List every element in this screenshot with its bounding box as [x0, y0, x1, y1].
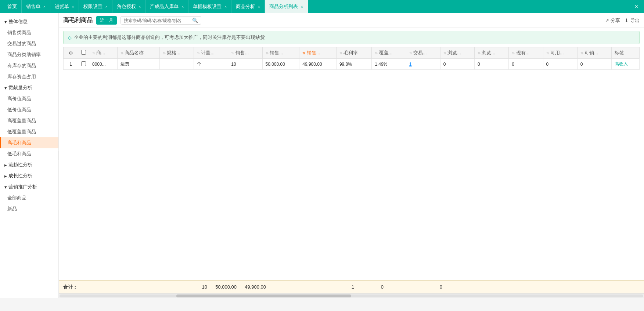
close-sales-tab[interactable]: × — [43, 5, 46, 9]
sort-icon-10: ⇅ — [409, 51, 412, 55]
sidebar-item-category-rate[interactable]: 商品分类助销率 — [0, 49, 58, 60]
sidebar-item-sales-goods[interactable]: 销售类商品 — [0, 27, 58, 38]
th-gross-rate[interactable]: ⇅ 毛利率 — [336, 47, 371, 59]
cell-unit: 个 — [194, 59, 228, 70]
nav-tab-analysis[interactable]: 商品分析 × — [231, 0, 265, 13]
cell-check[interactable] — [78, 59, 89, 70]
sidebar-item-in-stock[interactable]: 有库存的商品 — [0, 60, 58, 71]
sort-icon-5: ⇅ — [231, 51, 234, 55]
row-checkbox[interactable] — [81, 61, 86, 66]
nav-tab-sales[interactable]: 销售单 × — [22, 0, 50, 13]
th-coverage[interactable]: ⇅ 覆盖... — [372, 47, 406, 59]
cell-tag: 高收入 — [612, 59, 640, 70]
sidebar-item-low-coverage[interactable]: 低覆盖量商品 — [0, 126, 58, 137]
select-all-checkbox[interactable] — [81, 50, 86, 55]
th-sales-profit[interactable]: ⇅ 销售... — [299, 47, 337, 59]
settings-icon[interactable]: ⚙ — [69, 50, 73, 56]
th-browse2[interactable]: ⇅ 浏览... — [475, 47, 509, 59]
search-icon[interactable]: 🔍 — [192, 18, 198, 23]
chevron-down-icon: ▾ — [4, 19, 7, 25]
th-available[interactable]: ⇅ 可用... — [543, 47, 577, 59]
cell-index: 1 — [64, 59, 78, 70]
th-browse1[interactable]: ⇅ 浏览... — [440, 47, 474, 59]
th-index: ⚙ — [64, 47, 78, 59]
sidebar-group-contribution[interactable]: ▾ 贡献量分析 — [0, 82, 58, 93]
cell-sales-amt: 50,000.00 — [262, 59, 299, 70]
nav-tab-home[interactable]: 首页 — [3, 0, 22, 13]
th-code[interactable]: ⇅ 商... — [89, 47, 118, 59]
nav-tab-templates[interactable]: 单据模板设置 × — [188, 0, 231, 13]
scroll-track[interactable] — [60, 294, 643, 297]
sidebar-item-all-goods[interactable]: 全部商品 — [0, 192, 58, 203]
th-name[interactable]: ⇅ 商品名称 — [117, 47, 159, 59]
sidebar-item-high-value[interactable]: 高价值商品 — [0, 93, 58, 104]
nav-tab-products[interactable]: 产成品入库单 × — [145, 0, 188, 13]
footer-available: 0 — [416, 284, 445, 290]
chevron-down-icon-2: ▾ — [4, 85, 7, 91]
sort-icon-8: ⇅ — [339, 51, 342, 55]
nav-close-all[interactable]: × — [632, 3, 641, 10]
th-spec[interactable]: ⇅ 规格... — [159, 47, 194, 59]
close-products-tab[interactable]: × — [181, 5, 184, 9]
data-table: ⚙ ⇅ 商... ⇅ 商品名称 — [63, 47, 640, 70]
content-area: 高毛利商品 近一月 🔍 ↗ 分享 ⬇ 导出 ◇ 企业的主要的利润都是这部分商品创… — [59, 13, 644, 298]
close-permissions-tab[interactable]: × — [105, 5, 108, 9]
tip-text: 企业的主要的利润都是这部分商品创造的，可考虑加大推广，同时关注库存是不要出现缺货 — [74, 34, 265, 41]
th-sales-qty[interactable]: ⇅ 销售... — [228, 47, 262, 59]
sidebar-group-trend[interactable]: ▸ 流趋性分析 — [0, 159, 58, 170]
nav-tab-roles[interactable]: 角色授权 × — [112, 0, 146, 13]
th-sales-amt[interactable]: ⇅ 销售... — [262, 47, 299, 59]
th-current[interactable]: ⇅ 现有... — [509, 47, 543, 59]
cell-sales-profit: 49,900.00 — [299, 59, 337, 70]
action-buttons: ↗ 分享 ⬇ 导出 — [605, 17, 640, 24]
table-row: 1 0000... 运费 个 10 50,000.00 49,900.00 99… — [64, 59, 640, 70]
footer-sales-qty: 10 — [181, 284, 210, 290]
sidebar-group-overall[interactable]: ▾ 整体信息 — [0, 16, 58, 27]
nav-tab-analysis-list[interactable]: 商品分析列表 × — [265, 0, 308, 13]
bottom-scrollbar[interactable] — [59, 293, 644, 298]
th-sellable[interactable]: ⇅ 可销... — [577, 47, 611, 59]
sidebar-item-low-value[interactable]: 低价值商品 — [0, 104, 58, 115]
scroll-thumb[interactable] — [176, 294, 352, 297]
sort-icon-11: ⇅ — [443, 51, 446, 55]
close-roles-tab[interactable]: × — [139, 5, 141, 9]
sidebar-collapse-btn[interactable]: « — [58, 151, 59, 160]
sort-icon-7: ⇅ — [302, 51, 305, 55]
sidebar-item-new-goods[interactable]: 新品 — [0, 203, 58, 214]
footer-label: 合计： — [63, 284, 107, 290]
cell-spec — [159, 59, 194, 70]
cell-browse1: 0 — [440, 59, 474, 70]
page-title: 高毛利商品 — [63, 17, 93, 24]
close-purchase-tab[interactable]: × — [72, 5, 74, 9]
sidebar-item-stock-capital[interactable]: 库存资金占用 — [0, 71, 58, 82]
sidebar-group-growth[interactable]: ▸ 成长性分析 — [0, 170, 58, 181]
close-analysis-tab[interactable]: × — [258, 5, 260, 9]
sidebar-item-high-margin[interactable]: 高毛利商品 — [0, 137, 58, 148]
chevron-right-icon: ▸ — [4, 162, 7, 168]
th-tag[interactable]: 标签 — [612, 47, 640, 59]
nav-tab-purchase[interactable]: 进货单 × — [50, 0, 79, 13]
cell-name: 运费 — [117, 59, 159, 70]
close-templates-tab[interactable]: × — [224, 5, 227, 9]
cell-trade[interactable]: 1 — [406, 59, 440, 70]
th-unit[interactable]: ⇅ 计量... — [194, 47, 228, 59]
sidebar-item-traded-goods[interactable]: 交易过的商品 — [0, 38, 58, 49]
sort-icon-13: ⇅ — [512, 51, 515, 55]
sidebar-item-low-margin[interactable]: 低毛利商品 — [0, 148, 58, 159]
th-trade[interactable]: ⇅ 交易... — [406, 47, 440, 59]
table-wrapper: ⚙ ⇅ 商... ⇅ 商品名称 — [63, 47, 640, 280]
chevron-right-icon-2: ▸ — [4, 173, 7, 179]
sort-icon-3: ⇅ — [163, 51, 166, 55]
cell-sales-qty: 10 — [228, 59, 262, 70]
sort-icon-6: ⇅ — [266, 51, 269, 55]
sidebar-group-marketing[interactable]: ▾ 营销推广分析 — [0, 181, 58, 192]
export-button[interactable]: ⬇ 导出 — [625, 17, 640, 24]
top-nav: 首页 销售单 × 进货单 × 权限设置 × 角色授权 × 产成品入库单 × 单据… — [0, 0, 644, 13]
sidebar-item-high-coverage[interactable]: 高覆盖量商品 — [0, 115, 58, 126]
share-button[interactable]: ↗ 分享 — [605, 17, 620, 24]
search-input[interactable] — [124, 18, 190, 23]
nav-tab-permissions[interactable]: 权限设置 × — [79, 0, 112, 13]
period-button[interactable]: 近一月 — [96, 16, 117, 25]
sort-icon-12: ⇅ — [478, 51, 481, 55]
close-analysis-list-tab[interactable]: × — [301, 5, 303, 9]
